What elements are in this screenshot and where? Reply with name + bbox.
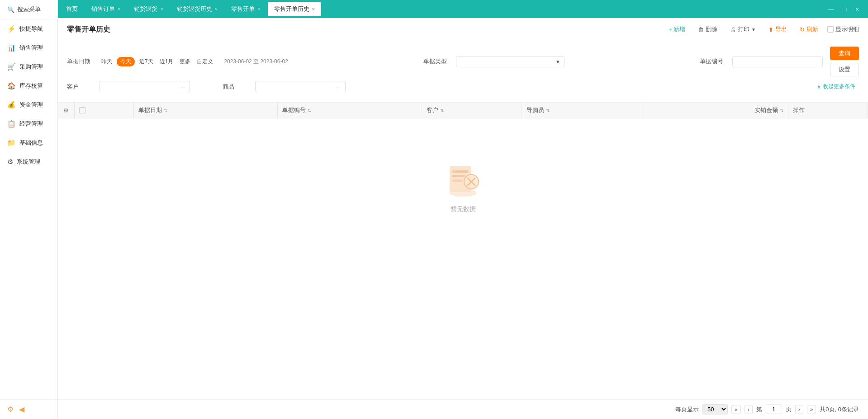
column-settings-icon[interactable]: ⚙ xyxy=(63,107,69,114)
date-opt-custom[interactable]: 自定义 xyxy=(195,57,215,66)
sidebar-label-sales-mgmt: 销售管理 xyxy=(19,44,43,52)
settings-footer-icon[interactable]: ⚙ xyxy=(7,405,14,414)
main-area: 首页销售订单×销货退货×销货退货历史×零售开单×零售开单历史× — □ × 零售… xyxy=(58,0,868,419)
display-detail-label: 显示明细 xyxy=(835,25,859,33)
table-header-row: ⚙ 单据日期 ⇅ 单据编号 xyxy=(58,103,868,118)
th-customer[interactable]: 客户 ⇅ xyxy=(422,103,522,118)
th-settings[interactable]: ⚙ xyxy=(58,103,74,118)
collapse-footer-icon[interactable]: ◀ xyxy=(19,405,24,414)
sidebar-item-basic-info[interactable]: 📁基础信息 xyxy=(0,133,57,152)
doc-type-dropdown-icon: ▾ xyxy=(556,58,560,65)
goods-input[interactable]: ··· xyxy=(255,81,346,92)
collapse-icon: ∧ xyxy=(817,84,821,90)
tab-retail-open[interactable]: 零售开单× xyxy=(225,2,266,16)
svg-rect-4 xyxy=(452,179,462,182)
first-page-button[interactable]: « xyxy=(731,405,741,414)
page-word: 第 xyxy=(756,405,762,414)
sidebar-item-sales-mgmt[interactable]: 📊销售管理 xyxy=(0,38,57,57)
sidebar-label-operations: 经营管理 xyxy=(19,120,43,128)
sidebar-label-sys-mgmt: 系统管理 xyxy=(17,158,40,166)
sidebar-item-sys-mgmt[interactable]: ⚙系统管理 xyxy=(0,152,57,171)
toolbar: + 新增 🗑 删除 🖨 打印 ▼ ⬆ 导出 ↻ 刷新 xyxy=(665,24,859,35)
prev-page-button[interactable]: ‹ xyxy=(745,405,753,414)
sidebar-search[interactable]: 🔍 搜索采单 xyxy=(0,0,57,19)
setting-button[interactable]: 设置 xyxy=(830,63,859,76)
th-checkbox[interactable] xyxy=(74,103,133,118)
date-opt-today[interactable]: 今天 xyxy=(117,57,135,66)
empty-state-icon xyxy=(441,155,486,200)
sidebar-footer: ⚙ ◀ xyxy=(0,399,57,419)
last-page-button[interactable]: » xyxy=(807,405,816,414)
search-icon: 🔍 xyxy=(7,6,14,13)
page-size-label: 每页显示 xyxy=(675,405,699,414)
filter-area: 单据日期 昨天今天近7天近1月更多自定义 2023-06-02 至 2023-0… xyxy=(58,41,868,103)
sidebar-item-operations[interactable]: 📋经营管理 xyxy=(0,114,57,133)
sidebar-icon-finance: 💰 xyxy=(7,101,16,109)
select-all-checkbox[interactable] xyxy=(79,107,85,113)
window-maximize[interactable]: □ xyxy=(840,5,849,14)
tab-label-retail-open: 零售开单 xyxy=(231,5,255,13)
date-opt-last_month[interactable]: 近1月 xyxy=(158,57,175,66)
new-button[interactable]: + 新增 xyxy=(665,24,689,35)
window-minimize[interactable]: — xyxy=(825,5,837,14)
sidebar-item-inventory[interactable]: 🏠库存核算 xyxy=(0,76,57,95)
tab-close-retail-open[interactable]: × xyxy=(257,6,260,12)
sort-guide-icon: ⇅ xyxy=(546,108,550,113)
export-icon: ⬆ xyxy=(768,26,773,33)
customer-label: 客户 xyxy=(67,83,92,91)
sidebar-item-purchase-mgmt[interactable]: 🛒采购管理 xyxy=(0,57,57,76)
sidebar-label-purchase-mgmt: 采购管理 xyxy=(19,63,43,71)
customer-input[interactable]: ··· xyxy=(100,81,190,92)
print-button[interactable]: 🖨 打印 ▼ xyxy=(726,24,759,35)
display-detail-checkbox-group: 显示明细 xyxy=(827,25,859,33)
tab-sales-return-history[interactable]: 销货退货历史× xyxy=(171,2,224,16)
tab-sales-order[interactable]: 销售订单× xyxy=(85,2,127,16)
current-page-input[interactable] xyxy=(766,405,782,414)
display-detail-checkbox[interactable] xyxy=(827,26,834,33)
th-doc-no[interactable]: 单据编号 ⇅ xyxy=(278,103,422,118)
th-amount[interactable]: 实销金额 ⇅ xyxy=(644,103,788,118)
sidebar-item-finance[interactable]: 💰资金管理 xyxy=(0,95,57,114)
query-btn-group: 查询 设置 xyxy=(830,47,859,76)
doc-no-input[interactable] xyxy=(732,56,823,67)
refresh-button[interactable]: ↻ 刷新 xyxy=(796,24,822,35)
th-doc-date[interactable]: 单据日期 ⇅ xyxy=(133,103,278,118)
pagination: 每页显示 10 20 50 100 « ‹ 第 页 › » 共0页, 0条记录 xyxy=(58,399,868,419)
sort-amount-icon: ⇅ xyxy=(780,108,783,113)
delete-button[interactable]: 🗑 删除 xyxy=(694,24,721,35)
date-filter-label: 单据日期 xyxy=(67,57,92,66)
tab-label-home: 首页 xyxy=(66,5,78,13)
tab-home[interactable]: 首页 xyxy=(60,2,84,16)
sort-doc-date-icon: ⇅ xyxy=(164,108,167,113)
sidebar-label-basic-info: 基础信息 xyxy=(19,139,43,147)
print-icon: 🖨 xyxy=(730,26,736,33)
page-end-word: 页 xyxy=(786,405,792,414)
query-button[interactable]: 查询 xyxy=(830,47,859,60)
date-opt-yesterday[interactable]: 昨天 xyxy=(100,57,114,66)
sidebar-icon-purchase-mgmt: 🛒 xyxy=(7,63,16,71)
collapse-label: 收起更多条件 xyxy=(823,83,855,90)
tab-sales-return[interactable]: 销货退货× xyxy=(128,2,169,16)
next-page-button[interactable]: › xyxy=(795,405,803,414)
tab-close-sales-order[interactable]: × xyxy=(118,6,120,12)
window-close[interactable]: × xyxy=(853,5,862,14)
date-opt-last7[interactable]: 近7天 xyxy=(138,57,155,66)
page-size-select[interactable]: 10 20 50 100 xyxy=(702,404,728,414)
date-range-display: 2023-06-02 至 2023-06-02 xyxy=(224,58,288,66)
doc-type-select[interactable]: ▾ xyxy=(456,56,564,67)
sidebar-search-label: 搜索采单 xyxy=(17,5,41,14)
collapse-button[interactable]: ∧ 收起更多条件 xyxy=(817,83,855,90)
tab-retail-open-history[interactable]: 零售开单历史× xyxy=(268,2,321,16)
tab-close-sales-return[interactable]: × xyxy=(160,6,163,12)
page-header: 零售开单历史 + 新增 🗑 删除 🖨 打印 ▼ ⬆ 导出 ↻ xyxy=(58,18,868,41)
th-guide[interactable]: 导购员 ⇅ xyxy=(522,103,644,118)
sidebar-label-inventory: 库存核算 xyxy=(19,82,43,90)
tab-bar: 首页销售订单×销货退货×销货退货历史×零售开单×零售开单历史× — □ × xyxy=(58,0,868,18)
tab-close-retail-open-history[interactable]: × xyxy=(312,6,315,12)
export-button[interactable]: ⬆ 导出 xyxy=(765,24,791,35)
svg-rect-2 xyxy=(452,170,469,173)
date-opt-more[interactable]: 更多 xyxy=(178,57,192,66)
tab-close-sales-return-history[interactable]: × xyxy=(215,6,218,12)
filter-row-2: 客户 ··· 商品 ··· ∧ 收起更多条件 xyxy=(67,81,859,92)
sidebar-item-quick-nav[interactable]: ⚡快捷导航 xyxy=(0,19,57,38)
